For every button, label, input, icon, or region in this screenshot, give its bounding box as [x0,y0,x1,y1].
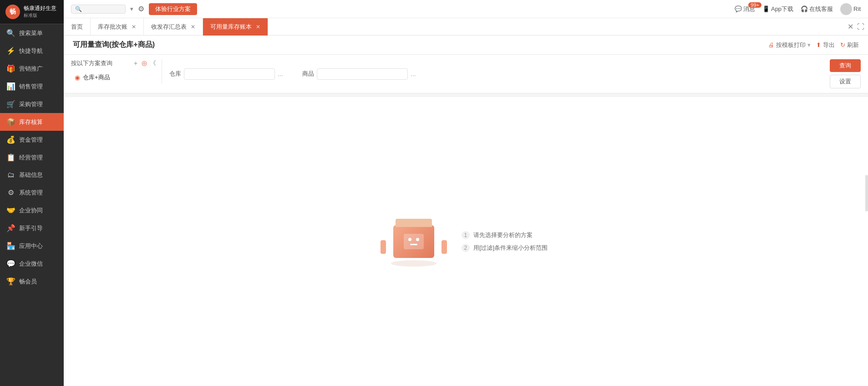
warehouse-input[interactable] [184,68,275,80]
tab-recv-ledger[interactable]: 收发存汇总表 ✕ [144,18,203,36]
page-header: 可用量查询(按仓库+商品) 🖨 按模板打印 ▾ ⬆ 导出 ↻ 刷新 [64,36,868,55]
goods-more-icon[interactable]: ... [411,70,416,77]
filter-scheme-title: 按以下方案查询 ＋ ◎ 《 [71,59,156,67]
system-icon: ⚙ [6,188,15,197]
finance-icon: 💰 [6,135,15,144]
filter-action-buttons: 查询 设置 [830,59,861,88]
print-button[interactable]: 🖨 按模板打印 ▾ [768,41,811,49]
basic-icon: 🗂 [6,171,15,179]
tab-close-recv-ledger[interactable]: ✕ [191,24,195,30]
sidebar-item-marketing[interactable]: 🎁 营销推广 [0,60,64,77]
content-area: 可用量查询(按仓库+商品) 🖨 按模板打印 ▾ ⬆ 导出 ↻ 刷新 [64,36,868,386]
filter-fields: 仓库 ... 商品 ... 查询 设置 [162,59,861,88]
empty-inner: 1 请先选择要分析的方案 2 用[过滤]条件来缩小分析范围 [384,212,548,271]
wxwork-icon: 💬 [6,259,15,268]
search-input[interactable] [84,6,120,12]
online-service-button[interactable]: 🎧 在线客服 [801,5,833,13]
settings-scheme-icon[interactable]: ◎ [142,59,147,67]
logo-icon: 畅 [5,5,20,19]
sidebar-item-appcenter[interactable]: 🏪 应用中心 [0,237,64,255]
empty-hint-1: 1 请先选择要分析的方案 [462,231,548,239]
topbar: 🔍 ▾ ⚙ 体验行业方案 💬 消息 99+ 📱 App下载 🎧 在线客服 Rit [64,0,868,18]
topbar-right: 💬 消息 99+ 📱 App下载 🎧 在线客服 Rit [735,3,861,15]
refresh-button[interactable]: ↻ 刷新 [840,41,859,49]
query-button[interactable]: 查询 [830,59,861,72]
phone-icon: 📱 [762,5,770,12]
tab-bar: 首页 库存批次账 ✕ 收发存汇总表 ✕ 可用量库存账本 ✕ ✕ ⛶ [64,18,868,36]
topbar-dropdown-arrow[interactable]: ▾ [130,5,133,12]
sidebar: 畅 畅康通好生意 标准版 🔍 搜索菜单 ⚡ 快捷导航 🎁 营销推广 📊 销售管理… [0,0,64,386]
add-scheme-icon[interactable]: ＋ [132,59,139,67]
appcenter-icon: 🏪 [6,242,15,250]
filter-panel: 按以下方案查询 ＋ ◎ 《 ◉ 仓库+商品 仓库 ... [64,55,868,93]
topbar-search-box[interactable]: 🔍 [71,5,126,14]
sidebar-item-newuser[interactable]: 📌 新手引导 [0,219,64,237]
scheme-warehouse-goods[interactable]: ◉ 仓库+商品 [71,71,156,84]
sidebar-item-system[interactable]: ⚙ 系统管理 [0,184,64,201]
goods-input[interactable] [317,68,408,80]
enterprise-icon: 🤝 [6,206,15,215]
sales-icon: 📊 [6,82,15,91]
tab-batch-ledger[interactable]: 库存批次账 ✕ [91,18,144,36]
sidebar-item-search[interactable]: 🔍 搜索菜单 [0,24,64,42]
inventory-icon: 📦 [6,118,15,126]
empty-illustration [384,212,443,271]
sidebar-item-enterprise[interactable]: 🤝 企业协同 [0,201,64,219]
headset-icon: 🎧 [801,5,808,12]
collapse-scheme-icon[interactable]: 《 [150,59,156,67]
filter-scheme-panel: 按以下方案查询 ＋ ◎ 《 ◉ 仓库+商品 [71,59,162,84]
sidebar-item-member[interactable]: 🏆 畅会员 [0,273,64,290]
scheme-icon: ◉ [75,74,80,81]
tab-available-ledger[interactable]: 可用量库存账本 ✕ [203,18,268,36]
empty-text-area: 1 请先选择要分析的方案 2 用[过滤]条件来缩小分析范围 [462,231,548,252]
app-download-button[interactable]: 📱 App下载 [762,5,793,13]
sidebar-item-basic[interactable]: 🗂 基础信息 [0,166,64,184]
sidebar-item-quick-nav[interactable]: ⚡ 快捷导航 [0,42,64,60]
sidebar-item-sales[interactable]: 📊 销售管理 [0,77,64,95]
trial-industry-button[interactable]: 体验行业方案 [149,3,197,15]
page-title: 可用量查询(按仓库+商品) [73,40,155,50]
sidebar-logo: 畅 畅康通好生意 标准版 [0,0,64,24]
goods-field: 商品 ... [302,68,430,80]
search-icon: 🔍 [6,29,15,37]
purchase-icon: 🛒 [6,100,15,108]
sidebar-item-wxwork[interactable]: 💬 企业微信 [0,255,64,273]
user-menu[interactable]: Rit [840,3,861,15]
main-area: 🔍 ▾ ⚙ 体验行业方案 💬 消息 99+ 📱 App下载 🎧 在线客服 Rit [64,0,868,386]
warehouse-field: 仓库 ... [169,68,297,80]
export-icon: ⬆ [816,41,821,48]
member-icon: 🏆 [6,277,15,286]
scroll-indicator[interactable] [865,175,868,211]
refresh-icon: ↻ [840,41,845,48]
expand-tab-button[interactable]: ⛶ [857,23,864,31]
tab-close-batch-ledger[interactable]: ✕ [132,24,136,30]
page-header-actions: 🖨 按模板打印 ▾ ⬆ 导出 ↻ 刷新 [768,41,859,49]
sidebar-item-purchase[interactable]: 🛒 采购管理 [0,95,64,113]
settings-button[interactable]: 设置 [830,75,861,88]
empty-state: 1 请先选择要分析的方案 2 用[过滤]条件来缩小分析范围 [64,97,868,386]
operations-icon: 📋 [6,153,15,162]
filter-scheme-actions: ＋ ◎ 《 [132,59,156,67]
print-dropdown-icon[interactable]: ▾ [807,41,811,48]
logo-text: 畅康通好生意 标准版 [24,5,56,19]
marketing-icon: 🎁 [6,64,15,73]
newuser-icon: 📌 [6,224,15,232]
gear-icon[interactable]: ⚙ [138,5,144,13]
print-icon: 🖨 [768,41,774,48]
empty-hint-2: 2 用[过滤]条件来缩小分析范围 [462,244,548,252]
export-button[interactable]: ⬆ 导出 [816,41,835,49]
tabbar-controls: ✕ ⛶ [844,22,868,31]
avatar [840,3,852,15]
sidebar-item-operations[interactable]: 📋 经营管理 [0,149,64,166]
tab-close-available-ledger[interactable]: ✕ [256,24,260,30]
message-button[interactable]: 💬 消息 99+ [735,5,755,13]
sidebar-nav: 🔍 搜索菜单 ⚡ 快捷导航 🎁 营销推广 📊 销售管理 🛒 采购管理 📦 库存核… [0,24,64,386]
tab-home[interactable]: 首页 [64,18,91,36]
search-icon: 🔍 [75,6,82,12]
close-tab-button[interactable]: ✕ [848,22,853,31]
sidebar-item-finance[interactable]: 💰 资金管理 [0,131,64,149]
quick-nav-icon: ⚡ [6,46,15,55]
sidebar-item-inventory[interactable]: 📦 库存核算 [0,113,64,131]
message-icon: 💬 [735,5,742,12]
warehouse-more-icon[interactable]: ... [278,70,283,77]
